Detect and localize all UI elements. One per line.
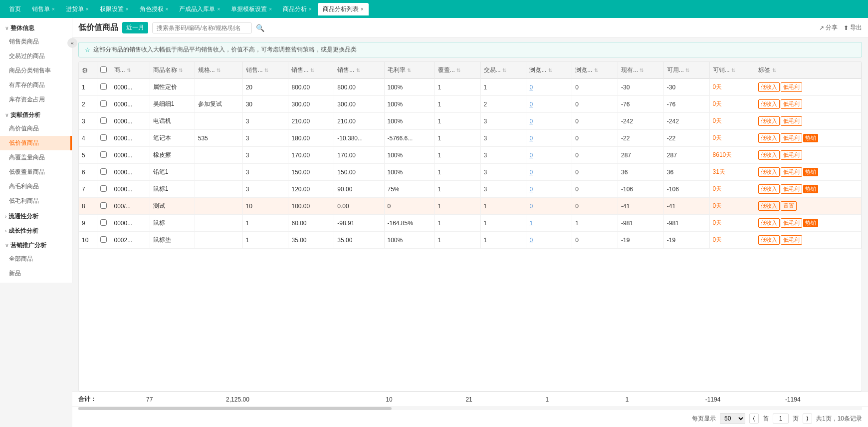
filter-recent-btn[interactable]: 近一月 [122,22,148,33]
nav-product-analysis[interactable]: 商品分析 × [278,3,317,15]
sidebar-item-sales-goods[interactable]: 销售类商品 [0,34,72,49]
row-no: 9 [79,215,97,232]
sidebar-group-liquidity[interactable]: › 流通性分析 [0,208,72,223]
nav-product-analysis-list[interactable]: 商品分析列表 × [318,3,369,15]
sidebar-item-high-value[interactable]: 高价值商品 [0,121,72,136]
sidebar-group-overall[interactable]: ∨ 整体信息 [0,20,72,34]
row-name: 铅笔1 [150,164,195,181]
row-sellable: 0天 [709,79,755,96]
gear-icon[interactable]: ⚙ [82,66,88,74]
col-sales-qty[interactable]: 销售... ⇅ [242,62,288,79]
nav-close-role[interactable]: × [166,6,169,12]
view1-link[interactable]: 0 [529,135,533,142]
page-input[interactable] [773,414,789,424]
sidebar-item-stock-capital[interactable]: 库存资金占用 [0,92,72,107]
view1-link[interactable]: 0 [529,169,533,176]
row-sellable: 0天 [709,113,755,130]
col-coverage[interactable]: 覆盖... ⇅ [434,62,480,79]
sidebar-group-contribution[interactable]: ∨ 贡献值分析 [0,107,72,121]
col-profit-rate[interactable]: 毛利率 ⇅ [384,62,434,79]
row-checkbox[interactable] [100,134,107,141]
nav-product-in[interactable]: 产成品入库单 × [174,3,225,15]
col-tags[interactable]: 标签 ⇅ [755,62,862,79]
nav-close-permission[interactable]: × [126,6,129,12]
view1-link[interactable]: 1 [529,220,533,227]
view1-link[interactable]: 0 [529,152,533,159]
tag: 低收入 [758,99,780,109]
row-sales-amt: 35.00 [288,232,334,249]
col-available[interactable]: 可用... ⇅ [663,62,709,79]
sidebar-group-growth[interactable]: › 成长性分析 [0,223,72,237]
search-icon[interactable]: 🔍 [256,24,264,32]
sidebar-item-category-rate[interactable]: 商品分类销售率 [0,63,72,78]
col-name[interactable]: 商品名称 ⇅ [150,62,195,79]
view1-link[interactable]: 0 [529,84,533,91]
col-sales-amt[interactable]: 销售... ⇅ [288,62,334,79]
sidebar-item-traded-goods[interactable]: 交易过的商品 [0,49,72,63]
nav-close-product-analysis[interactable]: × [309,6,312,12]
row-profit-rate: -164.85% [384,215,434,232]
row-checkbox[interactable] [100,219,107,226]
col-sellable[interactable]: 可销... ⇅ [709,62,755,79]
first-page-btn[interactable]: ⟨ [749,414,759,424]
row-checkbox[interactable] [100,117,107,124]
sidebar-item-low-margin[interactable]: 低毛利商品 [0,194,72,208]
col-gear[interactable]: ⚙ [79,62,97,79]
row-checkbox[interactable] [100,185,107,192]
col-current[interactable]: 现有... ⇅ [618,62,664,79]
export-btn[interactable]: ⬆ 导出 [844,23,862,32]
view1-link[interactable]: 0 [529,118,533,125]
share-btn[interactable]: ↗ 分享 [819,23,838,32]
sidebar-item-high-margin[interactable]: 高毛利商品 [0,179,72,194]
row-checkbox[interactable] [100,168,107,175]
row-coverage: 1 [434,130,480,147]
nav-template[interactable]: 单据模板设置 × [226,3,277,15]
view1-link[interactable]: 0 [529,186,533,193]
sidebar-item-high-coverage[interactable]: 高覆盖量商品 [0,150,72,165]
sidebar-item-low-coverage[interactable]: 低覆盖量商品 [0,165,72,179]
row-name: 电话机 [150,113,195,130]
row-available: -106 [663,181,709,198]
col-spec[interactable]: 规格... ⇅ [195,62,242,79]
sidebar-collapse-btn[interactable]: « [67,38,77,48]
view1-link[interactable]: 0 [529,101,533,108]
nav-close-analysis-list[interactable]: × [361,6,364,12]
view1-link[interactable]: 0 [529,203,533,210]
sidebar-group-marketing[interactable]: ∨ 营销推广分析 [0,237,72,252]
nav-role[interactable]: 角色授权 × [135,3,174,15]
row-checkbox[interactable] [100,83,107,90]
sidebar-item-new-goods[interactable]: 新品 [0,266,72,281]
nav-close-sales-order[interactable]: × [52,6,55,12]
nav-purchase[interactable]: 进货单 × [61,3,94,15]
row-checkbox[interactable] [100,100,107,107]
scroll-thumb[interactable] [78,407,392,410]
nav-home[interactable]: 首页 [4,3,26,15]
search-input[interactable] [152,22,252,33]
tag: 低收入 [758,133,780,143]
nav-close-purchase[interactable]: × [86,6,89,12]
col-trade[interactable]: 交易... ⇅ [480,62,526,79]
next-page-btn[interactable]: ⟩ [803,414,812,424]
page-size-select[interactable]: 50 100 [720,413,745,424]
scroll-bar[interactable] [78,407,862,410]
nav-close-template[interactable]: × [269,6,272,12]
row-tags: 低收入低毛利 [755,79,862,96]
view1-link[interactable]: 0 [529,237,533,244]
row-checkbox[interactable] [100,202,107,209]
sidebar-item-all-goods[interactable]: 全部商品 [0,252,72,266]
row-sales-qty: 3 [242,181,288,198]
row-checkbox[interactable] [100,236,107,243]
nav-sales-order[interactable]: 销售单 × [27,3,60,15]
select-all-checkbox[interactable] [100,66,107,73]
row-checkbox[interactable] [100,151,107,158]
tag: 低收入 [758,218,780,228]
data-table-container[interactable]: ⚙ 商... ⇅ 商品名称 ⇅ 规格... ⇅ 销售... ⇅ 销售... ⇅ … [78,61,862,392]
col-view2[interactable]: 浏览... ⇅ [572,62,618,79]
col-sales-cost[interactable]: 销售... ⇅ [334,62,384,79]
nav-close-product-in[interactable]: × [217,6,220,12]
col-code[interactable]: 商... ⇅ [111,62,150,79]
nav-permission[interactable]: 权限设置 × [95,3,134,15]
sidebar-item-stock-goods[interactable]: 有库存的商品 [0,78,72,92]
sidebar-item-low-value[interactable]: 低价值商品 [0,136,72,150]
col-view1[interactable]: 浏览... ⇅ [526,62,572,79]
